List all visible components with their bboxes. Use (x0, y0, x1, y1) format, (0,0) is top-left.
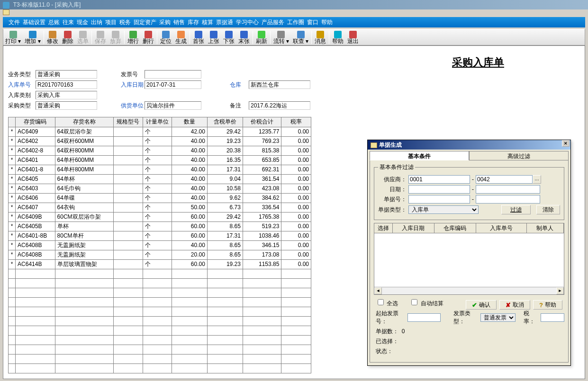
toolbar-修改[interactable]: 修改 (45, 30, 60, 44)
menu-item[interactable]: 核算 (202, 19, 213, 26)
taxrate-input[interactable] (541, 313, 564, 322)
cell[interactable]: 336.54 (243, 203, 281, 212)
cell[interactable] (113, 155, 143, 165)
cell[interactable]: 单层玻璃置物架 (55, 259, 113, 269)
cell[interactable]: 8.65 (207, 222, 243, 231)
cell[interactable]: 60CM双层浴巾架 (55, 212, 113, 222)
cell[interactable]: 64单杆600MM (55, 155, 113, 165)
cell[interactable]: 个 (143, 250, 172, 259)
filter-docno-to[interactable] (476, 195, 540, 204)
cell[interactable]: 29.42 (207, 212, 243, 222)
cell[interactable]: 40.00 (172, 155, 207, 165)
cell[interactable]: 60.00 (172, 231, 207, 240)
menu-item[interactable]: 库存 (188, 19, 199, 26)
cell[interactable]: 个 (143, 127, 172, 136)
filter-doctype-select[interactable]: 入库单 (408, 205, 479, 214)
cell[interactable]: 20.00 (172, 250, 207, 259)
cell[interactable]: 692.31 (243, 165, 281, 174)
table-row[interactable]: *AC640264双杆600MM个40.0019.23769.230.00 (9, 136, 311, 146)
cell[interactable]: 无盖厕纸架 (55, 240, 113, 250)
cell[interactable]: 10.58 (207, 184, 243, 193)
cell[interactable]: AC6409 (16, 127, 55, 136)
cell[interactable]: 个 (143, 136, 172, 146)
menu-item[interactable]: 工作圈 (287, 19, 304, 26)
cell[interactable]: 个 (143, 231, 172, 240)
autosettle-checkbox[interactable] (411, 299, 417, 305)
cell[interactable]: 20.38 (207, 146, 243, 155)
cell[interactable]: 40.00 (172, 174, 207, 184)
cell[interactable]: 64单杆800MM (55, 165, 113, 174)
cell[interactable]: 19.23 (207, 259, 243, 269)
cell[interactable]: 0.00 (281, 259, 311, 269)
cell[interactable]: 1153.85 (243, 259, 281, 269)
invoice-type-select[interactable]: 普通发票 (480, 313, 516, 322)
dialog-title-bar[interactable]: 单据生成 ✕ (368, 140, 570, 150)
filter-button[interactable]: 过滤 (501, 205, 531, 214)
entry-date-input[interactable] (145, 80, 201, 89)
result-col-header[interactable]: 制单人 (527, 223, 564, 233)
menu-item[interactable]: 总账 (48, 19, 60, 26)
menu-item[interactable]: 税务 (119, 19, 131, 26)
menu-item[interactable]: 销售 (173, 19, 185, 26)
cell[interactable]: 个 (143, 193, 172, 203)
table-row[interactable]: *AC6402-864双杆800MM个40.0020.38815.380.00 (9, 146, 311, 155)
cell[interactable]: 40.00 (172, 193, 207, 203)
filter-supplier-to[interactable] (476, 175, 533, 184)
cell[interactable]: AC6402-8 (16, 146, 55, 155)
cell[interactable] (113, 259, 143, 269)
column-header[interactable]: 计量单位 (143, 117, 172, 127)
menu-item[interactable]: 学习中心 (236, 19, 259, 26)
cell[interactable]: 80CM单杆 (55, 231, 113, 240)
cell[interactable]: 64双层浴巾架 (55, 127, 113, 136)
toolbar-帮助[interactable]: 帮助 (330, 30, 345, 44)
start-invoice-input[interactable] (407, 313, 441, 322)
cell[interactable]: 384.62 (243, 193, 281, 203)
cell[interactable]: AC6405 (16, 174, 55, 184)
cell[interactable]: 19.23 (207, 136, 243, 146)
cell[interactable] (113, 127, 143, 136)
cell[interactable]: AC6405B (16, 222, 55, 231)
cell[interactable]: 个 (143, 165, 172, 174)
filter-docno-from[interactable] (408, 195, 470, 204)
cell[interactable]: 无盖厕纸架 (55, 250, 113, 259)
table-row[interactable]: *AC640364毛巾钩个40.0010.58423.080.00 (9, 184, 311, 193)
cell[interactable]: 0.00 (281, 184, 311, 193)
table-row[interactable]: *AC6408B无盖厕纸架个20.008.65173.080.00 (9, 250, 311, 259)
scroll-right-arrow[interactable]: ► (556, 287, 564, 294)
cell[interactable]: 6.73 (207, 203, 243, 212)
cell[interactable]: 50.00 (172, 203, 207, 212)
clear-button[interactable]: 清除 (536, 205, 560, 214)
filter-date-to[interactable] (476, 185, 540, 194)
toolbar-下张[interactable]: 下张 (221, 30, 236, 44)
cell[interactable]: 64单杯 (55, 174, 113, 184)
checkall-checkbox[interactable] (378, 299, 384, 305)
cell[interactable]: 9.04 (207, 174, 243, 184)
column-header[interactable]: 存货编码 (16, 117, 55, 127)
menu-item[interactable]: 采购 (159, 19, 171, 26)
cell[interactable]: AC6408B (16, 250, 55, 259)
cell[interactable]: AC6408B (16, 240, 55, 250)
cell[interactable] (113, 222, 143, 231)
cell[interactable]: 个 (143, 259, 172, 269)
cell[interactable]: 0.00 (281, 146, 311, 155)
cell[interactable] (113, 136, 143, 146)
table-row[interactable]: *AC640964双层浴巾架个42.0029.421235.770.00 (9, 127, 311, 136)
cell[interactable]: 40.00 (172, 146, 207, 155)
cell[interactable]: 40.00 (172, 136, 207, 146)
menu-item[interactable]: 项目 (105, 19, 117, 26)
cell[interactable]: AC6401-8B (16, 231, 55, 240)
toolbar-删除[interactable]: 删除 (60, 30, 75, 44)
cell[interactable]: 64双杆800MM (55, 146, 113, 155)
cell[interactable]: 0.00 (281, 203, 311, 212)
scroll-left-arrow[interactable]: ◄ (374, 287, 382, 294)
dialog-close-button[interactable]: ✕ (562, 140, 570, 147)
cell[interactable]: 0.00 (281, 155, 311, 165)
cell[interactable]: 346.15 (243, 240, 281, 250)
menu-item[interactable]: 往来 (63, 19, 74, 26)
column-header[interactable]: 存货名称 (55, 117, 113, 127)
column-header[interactable] (9, 117, 16, 127)
result-col-header[interactable]: 选择 (374, 223, 393, 233)
cell[interactable]: 个 (143, 212, 172, 222)
toolbar-联查[interactable]: 联查 ▾ (291, 30, 310, 44)
filter-supplier-from[interactable] (408, 175, 470, 184)
